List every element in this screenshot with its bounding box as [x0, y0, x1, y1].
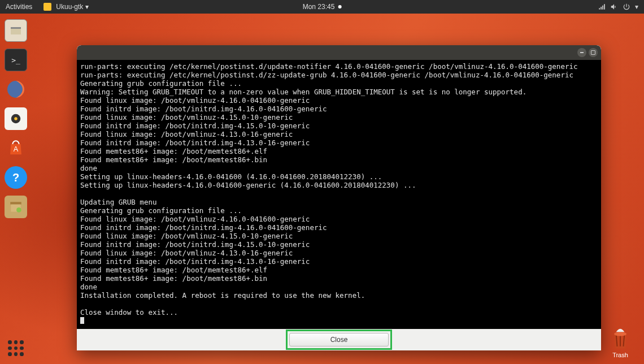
launcher-files[interactable]: [5, 19, 27, 42]
minimize-button[interactable]: [577, 48, 586, 57]
top-bar: Activities Ukuu-gtk ▾ Mon 23:45 ▾: [0, 0, 644, 14]
sound-icon: [610, 3, 618, 11]
window-titlebar[interactable]: [77, 45, 601, 60]
app-menu-label: Ukuu-gtk ▾: [56, 3, 88, 11]
app-menu[interactable]: Ukuu-gtk ▾: [38, 3, 94, 11]
svg-point-4: [14, 117, 18, 120]
chevron-down-icon: ▾: [635, 3, 638, 11]
clock-label: Mon 23:45: [303, 3, 335, 11]
trash-icon: [608, 327, 633, 352]
terminal-cursor: [80, 317, 84, 324]
terminal-icon: >_: [11, 56, 20, 64]
launcher-dock: >_ A ?: [0, 14, 32, 218]
svg-point-9: [614, 332, 626, 336]
maximize-button[interactable]: [589, 48, 598, 57]
clock[interactable]: Mon 23:45: [303, 3, 342, 11]
archive-icon: [8, 200, 23, 214]
disc-icon: [10, 112, 22, 125]
svg-rect-0: [11, 27, 21, 29]
question-icon: ?: [12, 171, 19, 184]
launcher-help[interactable]: ?: [5, 166, 27, 189]
button-bar: Close: [77, 329, 601, 350]
clock-dot-icon: [338, 5, 341, 8]
file-manager-icon: [9, 24, 23, 37]
close-button[interactable]: Close: [289, 333, 389, 346]
launcher-archive[interactable]: [5, 196, 27, 218]
show-applications-button[interactable]: [6, 338, 26, 358]
launcher-software[interactable]: A: [5, 137, 27, 159]
svg-rect-6: [10, 202, 21, 204]
shopping-bag-icon: A: [6, 138, 25, 158]
terminal-window: run-parts: executing /etc/kernel/postins…: [77, 45, 601, 350]
activities-button[interactable]: Activities: [0, 3, 38, 11]
trash[interactable]: Trash: [608, 327, 633, 358]
svg-rect-1: [11, 29, 21, 34]
launcher-firefox[interactable]: [5, 78, 27, 101]
terminal-text: run-parts: executing /etc/kernel/postins…: [80, 62, 578, 317]
trash-label: Trash: [612, 352, 628, 358]
network-icon: [598, 3, 606, 11]
terminal-output[interactable]: run-parts: executing /etc/kernel/postins…: [77, 60, 601, 329]
system-indicators[interactable]: ▾: [598, 3, 644, 11]
launcher-rhythmbox[interactable]: [5, 107, 27, 130]
close-button-highlight: Close: [286, 330, 392, 350]
power-icon: [623, 3, 630, 11]
firefox-icon: [6, 79, 26, 99]
app-menu-icon: [43, 3, 51, 11]
launcher-terminal[interactable]: >_: [5, 49, 27, 71]
svg-text:A: A: [14, 145, 19, 153]
svg-point-8: [16, 207, 21, 213]
